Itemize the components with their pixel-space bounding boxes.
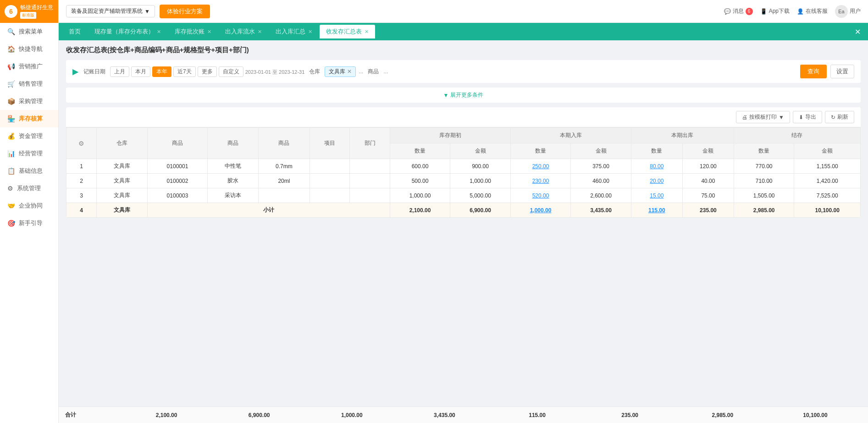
date-range-display: 2023-01-01 至 2023-12-31 xyxy=(245,69,305,76)
sidebar-icon-search: 🔍 xyxy=(7,28,15,35)
warehouse-more[interactable]: ... xyxy=(359,68,363,75)
sidebar-item-basic[interactable]: 📋基础信息 xyxy=(0,162,58,180)
nav-tab-close-icon[interactable]: ✕ xyxy=(207,29,211,35)
nav-tab-label: 库存批次账 xyxy=(175,27,205,36)
sidebar-item-sales[interactable]: 🛒销售管理 xyxy=(0,75,58,93)
nav-tab-------[interactable]: 收发存汇总表✕ xyxy=(320,25,375,38)
cell-no: 1 xyxy=(66,159,97,174)
sidebar-label-basic: 基础信息 xyxy=(19,167,43,175)
logo-icon: 6 xyxy=(5,5,17,18)
nav-tab-close-icon[interactable]: ✕ xyxy=(365,29,369,35)
col-header-project: 项目 xyxy=(310,128,349,159)
table-row: 1 文具库 0100001 中性笔 0.7mm 600.00 900.00 25… xyxy=(66,159,861,174)
nav-tab-close-icon[interactable]: ✕ xyxy=(308,29,312,35)
setting-btn[interactable]: 设置 xyxy=(830,65,854,78)
subtotal-out-amt: 235.00 xyxy=(682,203,734,218)
date-shortcut-更多[interactable]: 更多 xyxy=(198,66,217,77)
goods-more[interactable]: ... xyxy=(383,68,388,75)
refresh-icon: ↻ xyxy=(831,114,835,121)
date-shortcut-上月[interactable]: 上月 xyxy=(110,66,129,77)
experience-btn[interactable]: 体验行业方案 xyxy=(160,5,210,18)
sidebar-item-inventory[interactable]: 🏪库存核算 xyxy=(0,110,58,127)
nav-tab------[interactable]: 出入库流水✕ xyxy=(219,25,268,38)
sidebar-icon-finance: 💰 xyxy=(7,132,15,140)
subtotal-out-qty[interactable]: 115.00 xyxy=(631,203,682,218)
warehouse-tag-remove[interactable]: ✕ xyxy=(347,68,352,75)
cell-project xyxy=(310,159,349,174)
page-title: 收发存汇总表(按仓库+商品编码+商品+规格型号+项目+部门) xyxy=(66,46,861,55)
export-btn[interactable]: ⬇ 导出 xyxy=(793,111,822,123)
subtotal-end-qty: 2,985.00 xyxy=(734,203,794,218)
cell-warehouse: 文具库 xyxy=(97,188,148,203)
sidebar-item-system[interactable]: ⚙系统管理 xyxy=(0,180,58,197)
table-container: ⚙ 仓库 商品 商品 商品 项目 部门 库存期初 本期入库 本期出库 结存 xyxy=(66,127,861,218)
refresh-btn[interactable]: ↻ 刷新 xyxy=(825,111,854,123)
cell-init-qty: 500.00 xyxy=(390,174,450,188)
filter-expand-icon[interactable]: ▶ xyxy=(72,67,78,76)
nav-tab-----------[interactable]: 现存量（库存分布表）✕ xyxy=(88,25,167,38)
cell-init-qty: 600.00 xyxy=(390,159,450,174)
sidebar-item-corp[interactable]: 🤝企业协同 xyxy=(0,197,58,214)
user-item[interactable]: Ea 用户 xyxy=(835,5,861,18)
column-settings-icon[interactable]: ⚙ xyxy=(78,140,84,147)
footer-end-amt: 10,100.00 xyxy=(769,412,862,418)
date-shortcut-本月[interactable]: 本月 xyxy=(131,66,150,77)
tabs-close-icon[interactable]: ✕ xyxy=(851,27,864,36)
nav-tab------[interactable]: 库存批次账✕ xyxy=(168,25,218,38)
table-row: 2 文具库 0100002 胶水 20ml 500.00 1,000.00 23… xyxy=(66,174,861,188)
subtotal-in-qty[interactable]: 1,000.00 xyxy=(510,203,571,218)
sidebar-item-search[interactable]: 🔍搜索菜单 xyxy=(0,23,58,40)
system-selector[interactable]: 装备及固定资产辅助管理系统 ▼ xyxy=(66,5,155,17)
service-icon: 👤 xyxy=(797,8,804,15)
cell-no: 2 xyxy=(66,174,97,188)
message-icon: 💬 xyxy=(724,8,731,15)
col-in-amt: 金额 xyxy=(571,143,631,159)
cell-project xyxy=(310,174,349,188)
goods-label: 商品 xyxy=(368,68,379,76)
nav-tab------[interactable]: 出入库汇总✕ xyxy=(269,25,319,38)
print-btn[interactable]: 🖨 按模板打印 ▼ xyxy=(736,111,790,123)
query-btn[interactable]: 查询 xyxy=(800,65,827,78)
messages-item[interactable]: 💬 消息 6 xyxy=(724,7,753,15)
cell-goods: 中性笔 xyxy=(208,159,259,174)
online-service-item[interactable]: 👤 在线客服 xyxy=(797,7,828,15)
cell-end-qty: 710.00 xyxy=(734,174,794,188)
table-toolbar: 🖨 按模板打印 ▼ ⬇ 导出 ↻ 刷新 xyxy=(66,107,861,127)
sidebar-item-marketing[interactable]: 📢营销推广 xyxy=(0,58,58,75)
main-content: 收发存汇总表(按仓库+商品编码+商品+规格型号+项目+部门) ▶ 记账日期 上月… xyxy=(59,40,868,423)
cell-out-qty[interactable]: 80.00 xyxy=(631,159,682,174)
nav-tabs: 首页现存量（库存分布表）✕库存批次账✕出入库流水✕出入库汇总✕收发存汇总表✕✕ xyxy=(59,23,868,40)
expand-condition-btn[interactable]: ▼ 展开更多条件 xyxy=(443,91,484,99)
sidebar-item-finance[interactable]: 💰资金管理 xyxy=(0,127,58,145)
cell-out-qty[interactable]: 20.00 xyxy=(631,174,682,188)
table-footer: 合计 2,100.00 6,900.00 1,000.00 3,435.00 1… xyxy=(59,407,868,423)
sidebar-label-newuser: 新手引导 xyxy=(19,219,43,227)
app-download-item[interactable]: 📱 App下载 xyxy=(760,7,790,15)
sidebar-item-newuser[interactable]: 🎯新手引导 xyxy=(0,214,58,232)
cell-dept xyxy=(350,174,390,188)
col-out-qty: 数量 xyxy=(631,143,682,159)
sidebar-item-operations[interactable]: 📊经营管理 xyxy=(0,145,58,162)
date-shortcut-近7天[interactable]: 近7天 xyxy=(173,66,196,77)
col-settings[interactable]: ⚙ xyxy=(66,128,97,159)
cell-code: 0100002 xyxy=(147,174,208,188)
cell-in-qty[interactable]: 520.00 xyxy=(510,188,571,203)
cell-out-qty[interactable]: 15.00 xyxy=(631,188,682,203)
nav-tab-close-icon[interactable]: ✕ xyxy=(157,29,161,35)
date-shortcut-本年[interactable]: 本年 xyxy=(152,66,171,77)
date-shortcut-自定义[interactable]: 自定义 xyxy=(219,66,243,77)
cell-in-qty[interactable]: 230.00 xyxy=(510,174,571,188)
col-group-in: 本期入库 xyxy=(510,128,631,143)
nav-tab-close-icon[interactable]: ✕ xyxy=(258,29,262,35)
subtotal-no: 4 xyxy=(66,203,97,218)
footer-values: 2,100.00 6,900.00 1,000.00 3,435.00 115.… xyxy=(120,412,862,418)
sidebar-item-purchase[interactable]: 📦采购管理 xyxy=(0,93,58,110)
sidebar-icon-basic: 📋 xyxy=(7,167,15,175)
sidebar-tag: 标准版 xyxy=(20,12,36,19)
warehouse-tag[interactable]: 文具库 ✕ xyxy=(325,66,356,77)
footer-out-qty: 115.00 xyxy=(491,412,584,418)
cell-out-amt: 120.00 xyxy=(682,159,734,174)
sidebar-item-quicknav[interactable]: 🏠快捷导航 xyxy=(0,40,58,58)
nav-tab---[interactable]: 首页 xyxy=(62,25,87,38)
cell-in-qty[interactable]: 250.00 xyxy=(510,159,571,174)
